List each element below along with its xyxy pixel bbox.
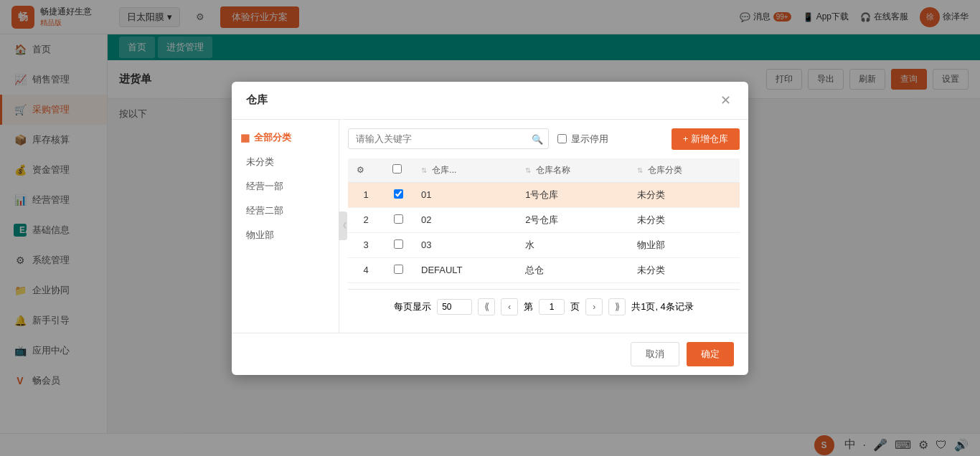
- row-checkbox[interactable]: [394, 239, 403, 249]
- row-index: 4: [348, 257, 384, 282]
- category-all[interactable]: ▦ 全部分类: [232, 125, 339, 150]
- col-name: ⇅ 仓库名称: [517, 158, 628, 183]
- show-disabled-label[interactable]: 显示停用: [557, 133, 608, 146]
- modal-header: 仓库 ✕: [232, 82, 748, 120]
- modal-body: ▦ 全部分类 未分类 经营一部 经营二部 物业部 《 🔍: [232, 120, 748, 333]
- category-item-ops1[interactable]: 经营一部: [232, 174, 339, 199]
- row-index: 3: [348, 232, 384, 257]
- row-checkbox[interactable]: [394, 265, 403, 274]
- search-input-wrap: 🔍: [348, 128, 549, 149]
- row-code: 01: [413, 182, 517, 207]
- last-page-button[interactable]: ⟫: [608, 298, 626, 315]
- table-row[interactable]: 2 02 2号仓库 未分类: [348, 207, 740, 232]
- row-name: 水: [517, 232, 628, 257]
- page-size-select[interactable]: 50 10 20 100: [437, 299, 472, 315]
- row-category: 未分类: [628, 257, 740, 282]
- search-bar: 🔍 显示停用 + 新增仓库: [348, 128, 740, 150]
- show-disabled-checkbox[interactable]: [557, 134, 567, 143]
- pagination: 每页显示 50 10 20 100 ⟪ ‹ 第 页 ›: [348, 289, 740, 324]
- row-code: DEFAULT: [413, 257, 517, 282]
- row-checkbox-cell[interactable]: [384, 182, 413, 207]
- confirm-button[interactable]: 确定: [687, 342, 734, 366]
- category-item-ops2[interactable]: 经营二部: [232, 199, 339, 223]
- page-number-input[interactable]: [539, 299, 565, 315]
- sort-cat-icon[interactable]: ⇅: [637, 166, 643, 174]
- table-body: 1 01 1号仓库 未分类 2 02 2号仓库 未分类 3 03 水 物业部 4: [348, 182, 740, 282]
- first-page-button[interactable]: ⟪: [478, 298, 495, 315]
- row-index: 2: [348, 207, 384, 232]
- add-warehouse-button[interactable]: + 新增仓库: [672, 128, 740, 150]
- table-row[interactable]: 3 03 水 物业部: [348, 232, 740, 257]
- col-check: [384, 158, 413, 183]
- content-panel: 🔍 显示停用 + 新增仓库 ⚙: [339, 120, 748, 333]
- modal-footer: 取消 确定: [232, 333, 748, 375]
- panel-collapse-button[interactable]: 《: [339, 212, 347, 240]
- row-name: 总仓: [517, 257, 628, 282]
- category-panel: ▦ 全部分类 未分类 经营一部 经营二部 物业部 《: [232, 120, 339, 333]
- warehouse-table: ⚙ ⇅ 仓库... ⇅ 仓库名称: [348, 158, 740, 283]
- category-item-property[interactable]: 物业部: [232, 223, 339, 247]
- row-index: 1: [348, 182, 384, 207]
- row-checkbox-cell[interactable]: [384, 257, 413, 282]
- warehouse-modal: 仓库 ✕ ▦ 全部分类 未分类 经营一部 经营二部 物业部 《: [232, 82, 748, 375]
- modal-title: 仓库: [246, 93, 268, 107]
- table-row[interactable]: 4 DEFAULT 总仓 未分类: [348, 257, 740, 282]
- row-category: 未分类: [628, 207, 740, 232]
- category-item-uncategorized[interactable]: 未分类: [232, 150, 339, 174]
- row-checkbox[interactable]: [394, 214, 403, 224]
- row-name: 2号仓库: [517, 207, 628, 232]
- sort-name-icon[interactable]: ⇅: [525, 166, 531, 174]
- cancel-button[interactable]: 取消: [631, 342, 679, 366]
- sort-code-icon[interactable]: ⇅: [421, 166, 427, 174]
- search-icon[interactable]: 🔍: [532, 133, 543, 144]
- row-checkbox-cell[interactable]: [384, 232, 413, 257]
- select-all-checkbox[interactable]: [392, 164, 402, 174]
- modal-close-button[interactable]: ✕: [717, 92, 734, 109]
- row-code: 02: [413, 207, 517, 232]
- next-page-button[interactable]: ›: [585, 298, 603, 315]
- table-header: ⚙ ⇅ 仓库... ⇅ 仓库名称: [348, 158, 740, 183]
- row-category: 未分类: [628, 182, 740, 207]
- col-category: ⇅ 仓库分类: [628, 158, 740, 183]
- table-row[interactable]: 1 01 1号仓库 未分类: [348, 182, 740, 207]
- per-page-dropdown[interactable]: 50 10 20 100: [437, 299, 472, 315]
- prev-page-button[interactable]: ‹: [501, 298, 518, 315]
- row-name: 1号仓库: [517, 182, 628, 207]
- row-checkbox-cell[interactable]: [384, 207, 413, 232]
- row-category: 物业部: [628, 232, 740, 257]
- col-code: ⇅ 仓库...: [413, 158, 517, 183]
- modal-overlay: 仓库 ✕ ▦ 全部分类 未分类 经营一部 经营二部 物业部 《: [0, 0, 980, 456]
- row-code: 03: [413, 232, 517, 257]
- row-checkbox[interactable]: [394, 189, 403, 199]
- col-index: ⚙: [348, 158, 384, 183]
- grid-icon: ▦: [240, 132, 250, 143]
- gear-col-icon[interactable]: ⚙: [357, 165, 364, 175]
- search-input[interactable]: [348, 128, 549, 149]
